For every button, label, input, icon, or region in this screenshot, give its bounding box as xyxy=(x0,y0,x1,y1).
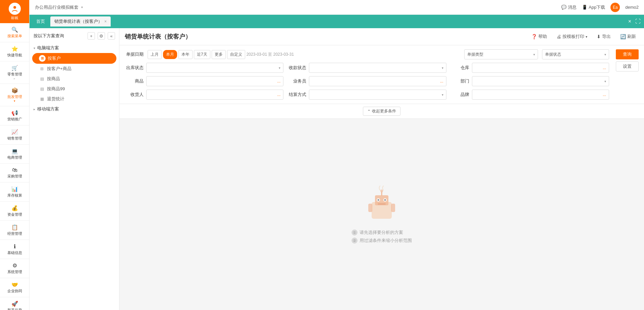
message-button[interactable]: 💬 消息 xyxy=(561,4,577,10)
help-label: 帮助 xyxy=(538,34,547,40)
settings-button[interactable]: 设置 xyxy=(616,61,639,71)
svg-point-11 xyxy=(380,190,383,192)
maximize-button[interactable]: ⛶ xyxy=(635,18,641,25)
out-status-filter: 出库状态 ▾ xyxy=(125,63,283,73)
message-icon: 💬 xyxy=(561,5,567,10)
by-customer-icon: 按 xyxy=(39,55,46,62)
app-dropdown-icon[interactable]: ▾ xyxy=(81,5,83,9)
warehouse-control[interactable]: ... xyxy=(472,63,609,73)
receipt-status-arrow-icon: ▾ xyxy=(442,66,443,70)
brand-label: 品牌 xyxy=(450,92,469,98)
collab-icon: 🤝 xyxy=(11,281,18,288)
export-label: 导出 xyxy=(602,34,611,40)
topbar: 办公用品行业模拟账套 ▾ 💬 消息 📱 App下载 Ea demo2 xyxy=(30,0,644,15)
user-name: demo2 xyxy=(625,5,639,10)
add-scheme-button[interactable]: + xyxy=(88,32,95,40)
wholesale-label: 批发管理 xyxy=(7,94,22,99)
content-area: 按以下方案查询 + ⚙ « ▾ 电脑端方案 按 按客户 ⊞ xyxy=(30,28,644,310)
action-buttons: 查询 设置 xyxy=(613,49,639,71)
receiver-control[interactable]: ... xyxy=(146,90,283,100)
warehouse-more-icon: ... xyxy=(603,65,606,70)
more-date-btn[interactable]: 更多 xyxy=(212,50,226,59)
doc-status-control[interactable]: 单据状态 ▾ xyxy=(542,49,609,59)
by-goods-label: 按商品 xyxy=(47,76,60,82)
quick-nav-item[interactable]: ⭐ 快捷导航 xyxy=(0,42,29,61)
doc-type-label: 单据类型 xyxy=(467,52,533,57)
tab-home[interactable]: 首页 xyxy=(32,16,49,27)
retail-mgmt-item[interactable]: 🛒 零售管理 ▸ xyxy=(0,61,29,84)
refresh-button[interactable]: 🔄 刷新 xyxy=(618,32,639,41)
sales-label: 销售管理 xyxy=(7,136,22,141)
message-label: 消息 xyxy=(568,4,577,10)
svg-point-0 xyxy=(13,6,16,9)
tree-item-returns-stats[interactable]: ▦ 退货统计 xyxy=(32,94,116,104)
collapse-button[interactable]: ⌃ 收起更多条件 xyxy=(363,107,400,116)
this-year-btn[interactable]: 本年 xyxy=(178,50,193,59)
basic-info-label: 基础信息 xyxy=(7,250,22,255)
warehouse-label: 仓库 xyxy=(450,65,469,71)
tabbar-actions: × ⛶ xyxy=(628,18,641,25)
system-icon: ⚙ xyxy=(12,262,17,269)
salesman-control[interactable]: ... xyxy=(309,76,446,86)
minimize-button[interactable]: × xyxy=(628,18,632,25)
out-status-label: 出库状态 xyxy=(125,65,144,71)
customer-goods-label: 按客户+商品 xyxy=(47,66,71,72)
topbar-left: 办公用品行业模拟账套 ▾ xyxy=(35,4,83,10)
goods-control[interactable]: ... xyxy=(146,76,283,86)
download-icon: 📱 xyxy=(582,5,587,10)
collapse-panel-button[interactable]: « xyxy=(108,32,115,40)
tree-item-by-customer-goods[interactable]: ⊞ 按客户+商品 xyxy=(32,64,116,74)
marketing-item[interactable]: 📢 营销推广 xyxy=(0,106,29,125)
guide-icon: 🚀 xyxy=(11,301,18,307)
date-filter-row: 单据日期 上月 本月 本年 近7天 更多 自定义 2023-03-01 至 20… xyxy=(125,49,609,59)
brand-control[interactable]: ... xyxy=(472,90,609,100)
svg-point-5 xyxy=(378,199,379,201)
inventory-item[interactable]: 📊 库存核算 xyxy=(0,183,29,202)
system-mgmt-item[interactable]: ⚙ 系统管理 xyxy=(0,259,29,278)
custom-date-btn[interactable]: 自定义 xyxy=(227,50,245,59)
wholesale-mgmt-item[interactable]: 📦 批发管理 ▾ xyxy=(0,84,29,106)
app-download-button[interactable]: 📱 App下载 xyxy=(582,4,605,10)
desktop-arrow-icon: ▾ xyxy=(34,46,35,50)
last-month-btn[interactable]: 上月 xyxy=(148,50,162,59)
doc-type-control[interactable]: 单据类型 ▾ xyxy=(464,49,538,59)
tree-section: ▾ 电脑端方案 按 按客户 ⊞ 按客户+商品 ▤ 按商品 xyxy=(30,43,119,114)
help-button[interactable]: ❓ 帮助 xyxy=(529,32,550,41)
newbie-guide-item[interactable]: 🚀 新手引导 xyxy=(0,297,29,310)
collapse-bar: ⌃ 收起更多条件 xyxy=(119,104,644,119)
finance-mgmt-item[interactable]: 💰 资金管理 xyxy=(0,202,29,221)
print-button[interactable]: 🖨 按模板打印 ▾ xyxy=(554,32,590,41)
basic-info-item[interactable]: ℹ 基础信息 xyxy=(0,240,29,259)
out-status-control[interactable]: ▾ xyxy=(146,63,283,73)
svg-rect-8 xyxy=(368,204,372,212)
tab-close-icon[interactable]: × xyxy=(104,19,107,24)
ecommerce-mgmt-item[interactable]: 💻 电商管理 xyxy=(0,145,29,164)
salesman-filter: 业务员 ... xyxy=(287,76,446,86)
refresh-label: 刷新 xyxy=(627,34,636,40)
wholesale-arrow-icon: ▾ xyxy=(14,99,15,103)
right-panel: 销货单统计表（按客户） ❓ 帮助 🖨 按模板打印 ▾ ⬇ 导出 xyxy=(119,28,644,310)
enterprise-collab-item[interactable]: 🤝 企业协同 xyxy=(0,278,29,297)
tree-group-desktop[interactable]: ▾ 电脑端方案 xyxy=(32,43,116,53)
out-status-arrow-icon: ▾ xyxy=(279,66,280,70)
scheme-settings-button[interactable]: ⚙ xyxy=(98,32,105,40)
by-goods-icon: ▤ xyxy=(39,76,45,82)
last-7-days-btn[interactable]: 近7天 xyxy=(194,50,210,59)
tree-group-mobile[interactable]: ▸ 移动端方案 xyxy=(32,104,116,114)
export-button[interactable]: ⬇ 导出 xyxy=(594,32,613,41)
tree-item-by-goods-99[interactable]: ▤ 按商品99 xyxy=(32,84,116,94)
tree-item-by-goods[interactable]: ▤ 按商品 xyxy=(32,74,116,84)
receipt-status-control[interactable]: ▾ xyxy=(309,63,446,73)
this-month-btn[interactable]: 本月 xyxy=(163,50,177,59)
search-menu-item[interactable]: 🔍 搜索菜单 xyxy=(0,23,29,42)
tree-item-by-customer[interactable]: 按 按客户 xyxy=(32,53,116,64)
doc-status-label: 单据状态 xyxy=(545,52,604,57)
purchase-mgmt-item[interactable]: 🛍 采购管理 xyxy=(0,164,29,183)
query-button[interactable]: 查询 xyxy=(616,49,639,59)
avatar[interactable]: Ea xyxy=(610,3,620,12)
sales-mgmt-item[interactable]: 📈 销售管理 xyxy=(0,125,29,145)
settlement-control[interactable]: ▾ xyxy=(309,90,446,100)
operations-mgmt-item[interactable]: 📋 经营管理 xyxy=(0,221,29,240)
tab-sales-stats[interactable]: 销货单统计表（按客户） × xyxy=(50,16,111,27)
department-control[interactable]: ▾ xyxy=(472,76,609,86)
